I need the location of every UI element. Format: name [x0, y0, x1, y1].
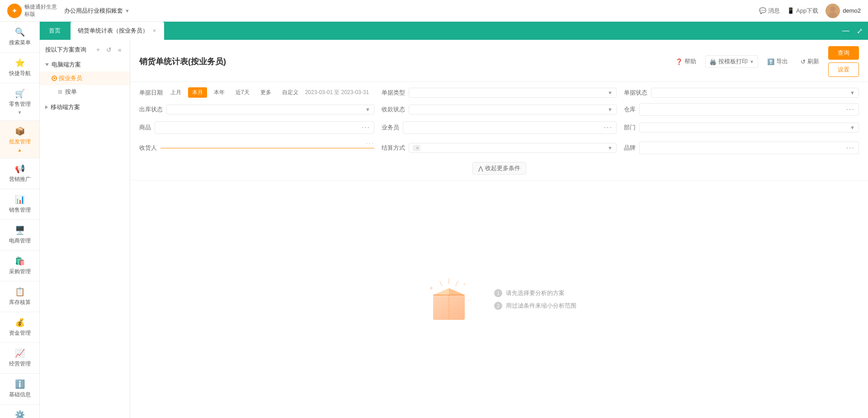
receiver-input[interactable] — [160, 139, 374, 148]
filter-receiver: 收货人 ··· — [139, 139, 374, 157]
dropdown-icon-3: ▼ — [365, 107, 370, 112]
sidebar-item-ecommerce[interactable]: 🖥️ 电商管理 — [0, 220, 39, 251]
sidebar-item-system[interactable]: ⚙️ 系统管理 — [0, 404, 39, 418]
doc-type-select[interactable]: ▼ — [409, 88, 617, 98]
filter-row-2: 出库状态 ▼ 收款状态 — [139, 103, 859, 116]
goods-control: ··· — [155, 121, 374, 134]
sidebar-item-basic-info[interactable]: ℹ️ 基础信息 — [0, 374, 39, 404]
filter-brand: 品牌 ··· — [624, 142, 859, 154]
date-btn-7days[interactable]: 近7天 — [231, 87, 254, 98]
filter-row-3: 商品 ··· 业务员 — [139, 121, 859, 134]
sidebar-item-search[interactable]: 🔍 搜索菜单 — [0, 22, 39, 52]
out-status-select[interactable]: ▼ — [166, 104, 374, 114]
tab-close-btn[interactable]: × — [152, 27, 157, 35]
collection-status-select[interactable]: ▼ — [409, 104, 617, 114]
tab-minimize-btn[interactable]: — — [840, 25, 851, 37]
logo-text: 畅捷通好生意 标版 — [24, 4, 57, 18]
svg-point-0 — [830, 6, 835, 12]
refresh-icon: ↺ — [801, 58, 806, 65]
collapse-icon: ⋀ — [478, 165, 483, 172]
sidebar-item-operations[interactable]: 📈 经营管理 — [0, 343, 39, 374]
goods-select[interactable]: ··· — [155, 121, 374, 134]
scheme-panel: 按以下方案查询 ＋ ↺ « 电脑端方案 按业务员 — [40, 40, 130, 418]
chevron-down-icon — [45, 63, 49, 66]
sidebar-item-wholesale[interactable]: 📦 批发管理 ▲ — [0, 121, 39, 158]
refresh-btn[interactable]: ↺ 刷新 — [797, 56, 823, 67]
dots-icon-4: ··· — [366, 139, 374, 147]
date-btn-this-month[interactable]: 本月 — [188, 87, 207, 98]
app-selector[interactable]: 办公用品行业模拟账套 ▼ — [61, 5, 133, 17]
tab-current[interactable]: 销货单统计表（按业务员） × — [71, 22, 164, 40]
doc-status-select[interactable]: ▼ — [651, 88, 859, 98]
svg-line-10 — [440, 281, 442, 286]
message-action[interactable]: 💬 消息 — [759, 7, 780, 15]
sidebar-item-marketing[interactable]: 📢 营销推广 — [0, 158, 39, 189]
scheme-group-desktop-header[interactable]: 电脑端方案 — [40, 58, 130, 71]
date-filter-control: 上月 本月 本年 近7天 更多 自定义 2023-03-01 至 2023-03… — [166, 87, 374, 98]
scheme-sub-item-by-order[interactable]: ⊞ 按单 — [40, 85, 130, 99]
sidebar-item-purchase[interactable]: 🛍️ 采购管理 — [0, 251, 39, 281]
brand-control: ··· — [639, 142, 859, 154]
settings-btn[interactable]: 设置 — [828, 62, 859, 77]
dots-icon: ··· — [846, 105, 855, 114]
sidebar-item-sales[interactable]: 📊 销售管理 — [0, 189, 39, 220]
empty-illustration: ✦ ✦ ✦ — [422, 272, 476, 327]
dept-select[interactable]: ▼ — [639, 123, 859, 133]
filter-warehouse: 仓库 ··· — [624, 103, 859, 116]
scheme-group-mobile-header[interactable]: 移动端方案 — [40, 100, 130, 114]
svg-line-12 — [456, 281, 458, 286]
scheme-item-salesperson[interactable]: 按业务员 — [40, 71, 130, 85]
filter-salesperson: 业务员 ··· — [382, 121, 617, 134]
page-header-actions: ❓ 帮助 🖨️ 按模板打印 ▼ ⬆️ 导出 ↺ — [672, 46, 859, 77]
scheme-group-desktop: 电脑端方案 按业务员 ⊞ 按单 — [40, 58, 130, 99]
dropdown-arrow-icon: ▼ — [750, 59, 754, 64]
sidebar-item-inventory[interactable]: 📋 库存核算 — [0, 281, 39, 312]
right-main: 销货单统计表(按业务员) ❓ 帮助 🖨️ 按模板打印 ▼ ⬆️ — [130, 40, 868, 418]
sidebar-item-retail[interactable]: 🛒 零售管理 ▼ — [0, 83, 39, 121]
brand-select[interactable]: ··· — [639, 142, 859, 154]
date-btn-this-year[interactable]: 本年 — [210, 87, 229, 98]
help-icon: ❓ — [675, 58, 683, 65]
warehouse-select[interactable]: ··· — [639, 103, 859, 116]
help-btn[interactable]: ❓ 帮助 — [672, 56, 700, 67]
sub-item-icon: ⊞ — [58, 89, 62, 95]
salesperson-select[interactable]: ··· — [403, 121, 617, 134]
top-header: ✦ 畅捷通好生意 标版 办公用品行业模拟账套 ▼ 💬 消息 📱 App下载 de… — [0, 0, 868, 22]
export-btn[interactable]: ⬆️ 导出 — [764, 56, 792, 67]
print-btn[interactable]: 🖨️ 按模板打印 ▼ — [705, 55, 758, 68]
tag-close-icon[interactable]: × — [416, 145, 419, 151]
page-header: 销货单统计表(按业务员) ❓ 帮助 🖨️ 按模板打印 ▼ ⬆️ — [130, 40, 868, 82]
empty-tips: 1 请先选择要分析的方案 2 用过滤条件来缩小分析范围 — [494, 289, 576, 310]
app-download-action[interactable]: 📱 App下载 — [787, 7, 818, 15]
out-status-control: ▼ — [166, 104, 374, 114]
query-btn[interactable]: 查询 — [828, 46, 859, 60]
dropdown-icon-5: ▼ — [850, 125, 855, 130]
content-area: 首页 销货单统计表（按业务员） × — ⤢ 按以下方案查询 ＋ ↺ « — [40, 22, 868, 418]
scheme-refresh-btn[interactable]: ↺ — [104, 45, 113, 54]
collection-status-control: ▼ — [409, 104, 617, 114]
sidebar-item-quick-nav[interactable]: ⭐ 快捷导航 — [0, 52, 39, 83]
scheme-add-btn[interactable]: ＋ — [94, 45, 103, 54]
main-layout: 🔍 搜索菜单 ⭐ 快捷导航 🛒 零售管理 ▼ 📦 批发管理 ▲ 📢 营销推广 📊… — [0, 22, 868, 418]
scheme-collapse-btn[interactable]: « — [115, 45, 124, 54]
dropdown-icon: ▼ — [608, 90, 613, 95]
date-btn-last-month[interactable]: 上月 — [166, 87, 185, 98]
marketing-icon: 📢 — [15, 164, 25, 174]
scheme-panel-actions: ＋ ↺ « — [94, 45, 124, 54]
download-icon: 📱 — [787, 7, 794, 14]
collapse-btn[interactable]: ⋀ 收起更多条件 — [472, 162, 526, 175]
user-info[interactable]: demo2 — [826, 4, 861, 18]
salesperson-control: ··· — [403, 121, 617, 134]
dots-icon-3: ··· — [604, 124, 613, 132]
filter-area: 单据日期 上月 本月 本年 近7天 更多 自定义 2023-03-01 至 20… — [130, 82, 868, 180]
doc-status-control: ▼ — [651, 88, 859, 98]
date-btn-more[interactable]: 更多 — [256, 87, 275, 98]
sales-icon: 📊 — [15, 195, 25, 204]
sidebar-item-finance[interactable]: 💰 资金管理 — [0, 312, 39, 343]
filter-collection-status: 收款状态 ▼ — [382, 104, 617, 114]
date-btn-custom[interactable]: 自定义 — [278, 87, 302, 98]
tab-home[interactable]: 首页 — [40, 22, 70, 40]
svg-text:✦: ✦ — [429, 285, 434, 292]
tab-maximize-btn[interactable]: ⤢ — [855, 25, 864, 37]
settlement-select[interactable]: × ▼ — [409, 143, 617, 153]
